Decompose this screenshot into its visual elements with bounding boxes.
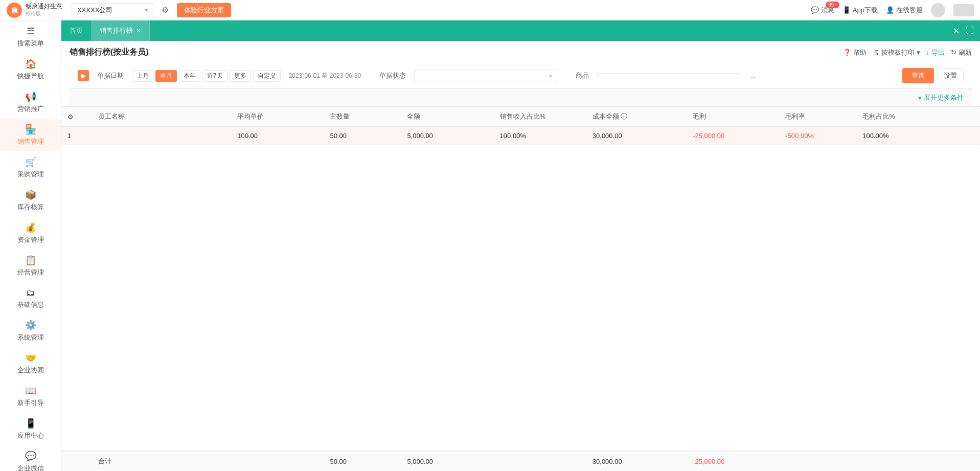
- service-icon: 👤: [886, 6, 894, 14]
- sidebar-item-label: 快捷导航: [17, 72, 44, 81]
- col-qty-header: 主数量: [324, 107, 401, 127]
- sales-icon: 🏪: [25, 124, 36, 135]
- chevron-down-icon: ▾: [145, 7, 148, 13]
- search-order-icon: ☰: [27, 26, 35, 37]
- sidebar-item-sales[interactable]: 🏪 销售管理: [0, 119, 61, 151]
- expand-row: ▾ 展开更多条件: [70, 88, 972, 106]
- sidebar-item-purchase[interactable]: 🛒 采购管理: [0, 151, 61, 184]
- sidebar-item-system[interactable]: ⚙️ 系统管理: [0, 315, 61, 347]
- goods-select[interactable]: [597, 73, 740, 78]
- sidebar-item-marketing[interactable]: 📢 营销推广: [0, 86, 61, 119]
- custom-period-btn[interactable]: 自定义: [253, 70, 281, 82]
- sidebar-item-search-order[interactable]: ☰ 搜索菜单: [0, 20, 61, 53]
- cell-avg-price: 100.00: [231, 127, 324, 145]
- status-dropdown-icon: ▾: [549, 72, 553, 80]
- last-month-btn[interactable]: 上月: [132, 70, 153, 82]
- sidebar-item-guide[interactable]: 📖 新手引导: [0, 380, 61, 413]
- filter-ellipsis[interactable]: ...: [750, 72, 756, 79]
- page-header-top: 销售排行榜(按业务员) ❓ 帮助 🖨 按模板打印 ▾ ↓: [70, 47, 972, 58]
- last7days-btn[interactable]: 近7天: [202, 70, 227, 82]
- print-icon: 🖨: [873, 49, 879, 56]
- footer-empty1: [61, 452, 92, 471]
- app-download-button[interactable]: 📱 App下载: [842, 6, 878, 15]
- cell-gross-rate: -500.00%: [779, 127, 856, 145]
- page-header: 销售排行榜(按业务员) ❓ 帮助 🖨 按模板打印 ▾ ↓: [61, 41, 980, 107]
- settings-gear-icon[interactable]: ⚙: [67, 113, 74, 121]
- sidebar-item-capital[interactable]: 💰 资金管理: [0, 217, 61, 250]
- sidebar-item-basic-info[interactable]: 🗂 基础信息: [0, 282, 61, 315]
- date-period-group: 上月 本月 本年 近7天 更多 自定义: [132, 70, 281, 82]
- col-avg-price-header: 平均单价: [231, 107, 324, 127]
- app-center-icon: 📱: [25, 418, 36, 429]
- cell-gross: -25,000.00: [687, 127, 779, 145]
- expand-conditions-button[interactable]: ▾ 展开更多条件: [918, 93, 964, 102]
- tab-home[interactable]: 首页: [61, 20, 92, 41]
- sidebar-item-label: 采购管理: [17, 170, 44, 179]
- footer-cost: 30,000.00: [586, 452, 687, 471]
- tab-maximize-icon[interactable]: ⛶: [966, 26, 974, 35]
- tab-bar-right: ✕ ⛶: [947, 20, 980, 41]
- message-button[interactable]: 💬 消息 99+: [811, 6, 834, 15]
- status-label: 单据状态: [379, 71, 406, 80]
- footer-gross: -25,000.00: [687, 452, 779, 471]
- sidebar-item-app-center[interactable]: 📱 应用中心: [0, 413, 61, 445]
- help-icon: ❓: [843, 49, 851, 56]
- date-range-text: 2023-06-01 至 2023-06-30: [289, 72, 361, 80]
- guide-icon: 📖: [25, 385, 36, 396]
- cell-name: [92, 127, 231, 145]
- content-area: 首页 销售排行榜 ✕ ✕ ⛶ 销售排行榜(按业务员) ❓ 帮助: [61, 20, 980, 471]
- page-title: 销售排行榜(按业务员): [70, 47, 149, 58]
- top-bar: 康 畅康通好生意 标准版 XXXXX公司 ▾ ⚙ 体验行业方案 💬 消息 99+…: [0, 0, 980, 20]
- settings-button[interactable]: 设置: [937, 68, 964, 83]
- sidebar-item-quick-nav[interactable]: 🏠 快捷导航: [0, 53, 61, 86]
- col-rank-header: ⚙: [61, 107, 92, 127]
- tab-close-all-icon[interactable]: ✕: [953, 26, 960, 36]
- capital-icon: 💰: [25, 222, 36, 233]
- message-badge: 99+: [826, 2, 839, 8]
- tab-sales-rank[interactable]: 销售排行榜 ✕: [92, 20, 150, 41]
- status-select[interactable]: ▾: [414, 70, 557, 82]
- footer-qty: 50.00: [324, 452, 401, 471]
- footer-extra: [949, 452, 980, 471]
- sidebar-item-label: 销售管理: [17, 137, 44, 146]
- sidebar-item-label: 搜索菜单: [17, 39, 44, 48]
- tab-close-icon[interactable]: ✕: [136, 27, 141, 34]
- print-button[interactable]: 🖨 按模板打印 ▾: [873, 48, 920, 57]
- footer-gross-pct: [856, 452, 949, 471]
- trial-button[interactable]: 体验行业方案: [177, 3, 231, 17]
- wechat-icon: 💬: [25, 451, 36, 462]
- query-button[interactable]: 查询: [902, 68, 934, 83]
- export-button[interactable]: ↓ 导出: [926, 48, 945, 57]
- filter-toggle-icon[interactable]: ▶: [78, 70, 89, 81]
- sidebar-item-wechat[interactable]: 💬 企业微信: [0, 445, 61, 471]
- header-actions: ❓ 帮助 🖨 按模板打印 ▾ ↓ 导出 ↻: [843, 48, 972, 57]
- this-month-btn[interactable]: 本月: [155, 70, 177, 82]
- table-row: 1 100.00 50.00 5,000.00 100.00% 30,000.0…: [61, 127, 980, 145]
- company-selector[interactable]: XXXXX公司 ▾: [72, 3, 153, 17]
- table-footer: 合计 50.00 5,000.00 30,000.00 -25,000.00: [61, 451, 980, 471]
- avatar[interactable]: [931, 3, 945, 17]
- refresh-button[interactable]: ↻ 刷新: [951, 48, 972, 57]
- footer-table: 合计 50.00 5,000.00 30,000.00 -25,000.00: [61, 452, 980, 471]
- sidebar-item-label: 企业协同: [17, 366, 44, 375]
- col-amount-header: 全额: [401, 107, 493, 127]
- online-service-button[interactable]: 👤 在线客服: [886, 6, 923, 15]
- sidebar-item-operations[interactable]: 📋 经营管理: [0, 250, 61, 282]
- sidebar-item-inventory[interactable]: 📦 库存核算: [0, 184, 61, 217]
- logo-line1: 畅康通好生意: [26, 3, 62, 11]
- basic-info-icon: 🗂: [26, 287, 35, 298]
- sidebar-item-label: 应用中心: [17, 431, 44, 440]
- quick-nav-icon: 🏠: [25, 58, 36, 70]
- cell-qty: 50.00: [324, 127, 401, 145]
- help-button[interactable]: ❓ 帮助: [843, 48, 867, 57]
- sidebar-item-enterprise[interactable]: 🤝 企业协同: [0, 347, 61, 380]
- company-settings-icon[interactable]: ⚙: [157, 3, 173, 18]
- operations-icon: 📋: [25, 255, 36, 266]
- this-year-btn[interactable]: 本年: [179, 70, 200, 82]
- more-period-btn[interactable]: 更多: [230, 70, 251, 82]
- expand-icon: ▾: [918, 94, 922, 102]
- cell-extra: [949, 127, 980, 145]
- sidebar-item-label: 系统管理: [17, 333, 44, 342]
- footer-avg-price: [231, 452, 324, 471]
- cell-sales-pct: 100.00%: [494, 127, 586, 145]
